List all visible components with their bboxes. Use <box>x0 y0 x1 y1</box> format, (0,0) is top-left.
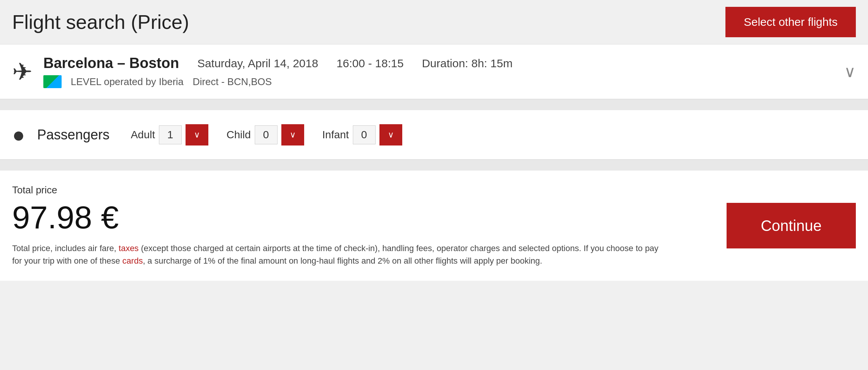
total-price-label: Total price <box>12 184 659 196</box>
flight-duration: Duration: 8h: 15m <box>422 57 513 70</box>
total-price-amount: 97.98 € <box>12 199 659 236</box>
flight-route: Barcelona – Boston <box>43 55 179 71</box>
adult-dropdown-button[interactable]: ∨ <box>186 124 208 145</box>
plane-icon: ✈ <box>12 58 33 86</box>
price-note: Total price, includes air fare, taxes (e… <box>12 242 659 267</box>
flight-date: Saturday, April 14, 2018 <box>197 57 318 70</box>
flight-details: Barcelona – Boston Saturday, April 14, 2… <box>43 55 844 88</box>
adult-group: Adult 1 ∨ <box>131 124 208 145</box>
cards-link[interactable]: cards <box>122 256 143 266</box>
airline-logo <box>43 75 62 88</box>
flight-sub-row: LEVEL operated by Iberia Direct - BCN,BO… <box>43 75 844 88</box>
price-left: Total price 97.98 € Total price, include… <box>12 184 659 267</box>
infant-chevron-down-icon: ∨ <box>388 130 394 140</box>
airline-name: LEVEL operated by Iberia <box>71 76 184 88</box>
passengers-label: Passengers <box>37 127 109 143</box>
expand-flight-icon[interactable]: ∨ <box>844 62 856 81</box>
header: Flight search (Price) Select other fligh… <box>0 0 868 44</box>
taxes-link[interactable]: taxes <box>119 244 139 253</box>
person-icon: ● <box>12 122 25 147</box>
infant-group: Infant 0 ∨ <box>322 124 402 145</box>
continue-button[interactable]: Continue <box>727 203 856 248</box>
child-label: Child <box>227 129 251 141</box>
passengers-section: ● Passengers Adult 1 ∨ Child 0 ∨ Infant … <box>0 110 868 160</box>
adult-label: Adult <box>131 129 155 141</box>
infant-dropdown-button[interactable]: ∨ <box>379 124 402 145</box>
separator-2 <box>0 160 868 171</box>
infant-count: 0 <box>353 125 376 144</box>
page-title: Flight search (Price) <box>12 11 189 33</box>
price-note-end: , a surcharge of 1% of the final amount … <box>143 256 543 266</box>
child-dropdown-button[interactable]: ∨ <box>281 124 304 145</box>
separator-1 <box>0 100 868 110</box>
price-section: Total price 97.98 € Total price, include… <box>0 171 868 281</box>
price-note-before-taxes: Total price, includes air fare, <box>12 244 119 253</box>
child-group: Child 0 ∨ <box>227 124 304 145</box>
flight-direct: Direct - BCN,BOS <box>193 76 272 88</box>
flight-time: 16:00 - 18:15 <box>336 57 404 70</box>
child-chevron-down-icon: ∨ <box>290 130 296 140</box>
adult-count: 1 <box>159 125 182 144</box>
flight-route-row: Barcelona – Boston Saturday, April 14, 2… <box>43 55 844 71</box>
select-other-flights-button[interactable]: Select other flights <box>725 7 856 37</box>
adult-chevron-down-icon: ∨ <box>194 130 200 140</box>
flight-section: ✈ Barcelona – Boston Saturday, April 14,… <box>0 44 868 100</box>
infant-label: Infant <box>322 129 349 141</box>
child-count: 0 <box>255 125 278 144</box>
